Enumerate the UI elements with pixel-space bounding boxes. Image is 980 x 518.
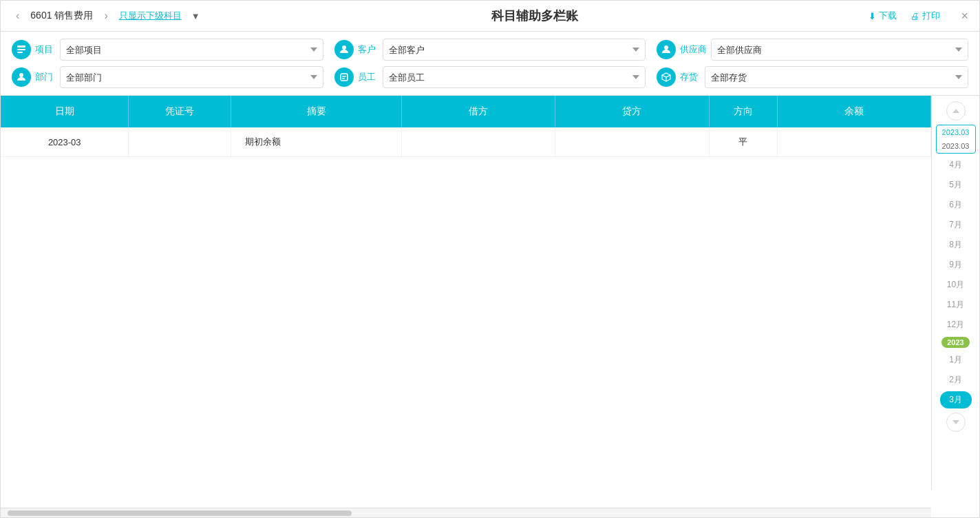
timeline-item-8[interactable]: 8月 (932, 235, 979, 255)
supplier-label: 供应商 (680, 43, 707, 56)
account-code: 6601 销售费用 (30, 10, 93, 22)
row-date: 2023-03 (1, 127, 129, 157)
svg-point-3 (664, 45, 668, 50)
print-icon: 🖨 (910, 11, 919, 21)
row-voucher (129, 127, 231, 157)
employee-icon (334, 68, 354, 87)
page-title: 科目辅助多栏账 (207, 8, 862, 24)
filter-item-department: 部门 全部部门 (12, 66, 323, 88)
timeline-item-2[interactable]: 2月 (932, 370, 979, 390)
timeline-item-11[interactable]: 11月 (932, 295, 979, 315)
show-sub-arrow: ▼ (191, 11, 200, 21)
svg-rect-1 (17, 49, 25, 50)
inventory-select[interactable]: 全部存货 (705, 66, 968, 88)
timeline-item-2023-03-1[interactable]: 2023.03 (937, 125, 975, 139)
timeline-item-10[interactable]: 10月 (932, 275, 979, 295)
project-icon (12, 40, 31, 59)
timeline-item-12[interactable]: 12月 (932, 315, 979, 335)
customer-label: 客户 (358, 43, 379, 56)
timeline-item-1[interactable]: 1月 (932, 350, 979, 370)
header: ‹ 6601 销售费用 › 只显示下级科目 ▼ 科目辅助多栏账 ⬇ 下载 🖨 打… (1, 1, 979, 32)
department-select[interactable]: 全部部门 (60, 66, 323, 88)
col-summary: 摘要 (231, 96, 402, 127)
project-select[interactable]: 全部项目 (60, 39, 323, 61)
employee-select[interactable]: 全部员工 (383, 66, 646, 88)
side-timeline: 2023.03 2023.03 4月 5月 6月 7月 8月 9月 10月 11… (931, 96, 979, 490)
timeline-section-top: 2023.03 2023.03 (936, 125, 976, 154)
filter-item-project: 项目 全部项目 (12, 39, 323, 61)
header-actions: ⬇ 下载 🖨 打印 × (869, 9, 968, 23)
filter-item-customer: 客户 全部客户 (334, 39, 646, 61)
filter-item-inventory: 存货 全部存货 (657, 66, 968, 88)
timeline-down-button[interactable] (946, 413, 966, 432)
svg-rect-5 (341, 74, 348, 81)
col-direction: 方向 (709, 96, 777, 127)
timeline-item-5[interactable]: 5月 (932, 175, 979, 195)
row-direction: 平 (709, 127, 777, 157)
main-window: ‹ 6601 销售费用 › 只显示下级科目 ▼ 科目辅助多栏账 ⬇ 下载 🖨 打… (0, 0, 980, 518)
timeline-item-2023-03-2[interactable]: 2023.03 (937, 139, 975, 153)
show-sub-button[interactable]: 只显示下级科目 (119, 10, 182, 22)
svg-rect-6 (342, 76, 346, 77)
customer-icon (334, 40, 354, 59)
col-balance: 余额 (777, 96, 930, 127)
row-summary: 期初余额 (231, 127, 402, 157)
table-wrapper[interactable]: 日期 凭证号 摘要 借方 贷方 方向 余额 2023-03 期初余额 (1, 96, 931, 490)
svg-rect-0 (17, 45, 25, 48)
col-debit: 借方 (402, 96, 555, 127)
filter-item-employee: 员工 全部员工 (334, 66, 646, 88)
row-debit (402, 127, 555, 157)
filter-item-supplier: 供应商 全部供应商 (657, 39, 968, 61)
svg-rect-2 (17, 52, 23, 53)
department-label: 部门 (35, 71, 56, 83)
col-credit: 贷方 (555, 96, 709, 127)
inventory-label: 存货 (680, 71, 701, 83)
project-label: 项目 (35, 43, 56, 56)
main-area: 日期 凭证号 摘要 借方 贷方 方向 余额 2023-03 期初余额 (1, 96, 979, 490)
table-row: 2023-03 期初余额 平 (1, 127, 931, 157)
inventory-icon (657, 68, 676, 87)
timeline-item-3-active[interactable]: 3月 (940, 391, 972, 408)
timeline-item-7[interactable]: 7月 (932, 215, 979, 235)
department-icon (12, 68, 31, 87)
supplier-select[interactable]: 全部供应商 (711, 39, 968, 61)
close-button[interactable]: × (961, 9, 968, 23)
timeline-item-4[interactable]: 4月 (932, 155, 979, 175)
next-button[interactable]: › (100, 8, 111, 23)
svg-rect-7 (342, 78, 345, 79)
employee-label: 员工 (358, 71, 379, 83)
download-button[interactable]: ⬇ 下载 (869, 10, 897, 22)
filter-area: 项目 全部项目 客户 全部客户 (1, 32, 979, 96)
col-date: 日期 (1, 96, 129, 127)
prev-button[interactable]: ‹ (12, 8, 23, 23)
svg-point-4 (19, 73, 23, 77)
table-header-row: 日期 凭证号 摘要 借方 贷方 方向 余额 (1, 96, 931, 127)
col-voucher: 凭证号 (129, 96, 231, 127)
year-badge: 2023 (941, 337, 969, 348)
timeline-item-6[interactable]: 6月 (932, 195, 979, 215)
row-credit (555, 127, 709, 157)
print-button[interactable]: 🖨 打印 (910, 10, 940, 22)
timeline-item-9[interactable]: 9月 (932, 255, 979, 275)
download-icon: ⬇ (869, 11, 876, 21)
row-balance (777, 127, 930, 157)
supplier-icon (657, 40, 676, 59)
customer-select[interactable]: 全部客户 (383, 39, 646, 61)
filter-row-2: 部门 全部部门 员工 全部员工 (12, 66, 968, 88)
download-label: 下载 (879, 10, 897, 22)
filter-row-1: 项目 全部项目 客户 全部客户 (12, 39, 968, 61)
timeline-up-button[interactable] (946, 101, 966, 121)
print-label: 打印 (922, 10, 940, 22)
ledger-table: 日期 凭证号 摘要 借方 贷方 方向 余额 2023-03 期初余额 (1, 96, 931, 157)
